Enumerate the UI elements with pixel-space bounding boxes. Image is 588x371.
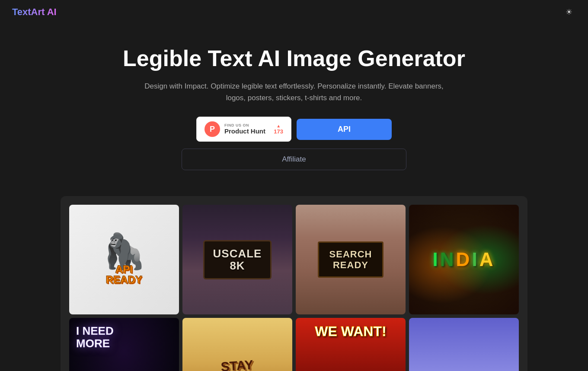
hero-section: Legible Text AI Image Generator Design w… — [0, 24, 588, 196]
logo[interactable]: TextArt AI — [12, 6, 57, 18]
affiliate-row: Affiliate — [9, 149, 579, 170]
api-button[interactable]: API — [297, 119, 392, 140]
hero-title: Legible Text AI Image Generator — [9, 46, 579, 72]
gallery-item[interactable]: SEARCHREADY — [296, 205, 406, 314]
product-hunt-count: ▲ 173 — [274, 124, 283, 135]
product-hunt-text: FIND US ON Product Hunt — [224, 123, 265, 135]
gallery-item[interactable]: 🦍 APIREADY — [69, 205, 179, 314]
header: TextArt AI ☀ — [0, 0, 588, 24]
cta-button-row: P FIND US ON Product Hunt ▲ 173 API — [9, 117, 579, 142]
gallery-item[interactable]: I N D I A — [409, 205, 519, 314]
gallery-item[interactable]: USCALE8K — [182, 205, 292, 314]
gallery-item[interactable]: I NEEDMORE — [69, 318, 179, 371]
gallery-grid: 🦍 APIREADY USCALE8K SEARCHREADY — [69, 205, 519, 371]
gallery-container: 🦍 APIREADY USCALE8K SEARCHREADY — [61, 196, 527, 371]
gallery-item[interactable]: STAYCOOL — [182, 318, 292, 371]
gallery-item[interactable]: WE WANT! — [296, 318, 406, 371]
affiliate-button[interactable]: Affiliate — [182, 149, 406, 170]
theme-toggle-button[interactable]: ☀ — [562, 5, 576, 19]
gallery-item[interactable]: VOTE — [409, 318, 519, 371]
hero-subtitle: Design with Impact. Optimize legible tex… — [143, 80, 445, 104]
product-hunt-logo: P — [205, 121, 220, 137]
sun-icon: ☀ — [566, 7, 572, 17]
product-hunt-button[interactable]: P FIND US ON Product Hunt ▲ 173 — [196, 117, 291, 142]
